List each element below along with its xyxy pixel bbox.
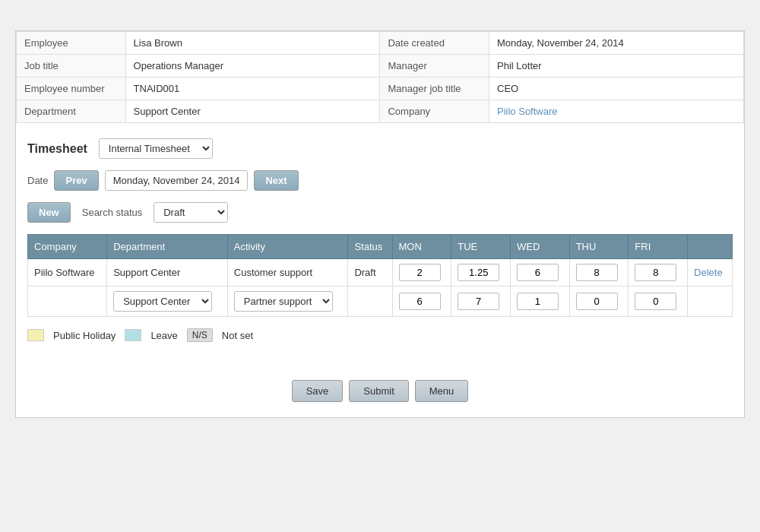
leave-color xyxy=(125,329,141,341)
th-status: Status xyxy=(348,235,392,259)
value-manager-job-title: CEO xyxy=(489,78,744,100)
label-job-title: Job title xyxy=(17,55,126,78)
not-set-label: Not set xyxy=(222,330,253,341)
next-button[interactable]: Next xyxy=(254,170,298,191)
input-tue-1[interactable] xyxy=(458,264,499,281)
public-holiday-label: Public Holiday xyxy=(53,330,116,341)
th-actions xyxy=(688,235,733,259)
cell-activity-2: Partner support Customer support xyxy=(227,287,348,317)
prev-button[interactable]: Prev xyxy=(54,170,98,191)
public-holiday-color xyxy=(27,329,44,341)
main-content: Employee Lisa Brown Date created Monday,… xyxy=(15,30,745,418)
new-row-controls: New Search status Draft Confirmed Done xyxy=(27,202,733,223)
status-select[interactable]: Draft Confirmed Done xyxy=(154,202,228,223)
cell-company-1: Piilo Software xyxy=(28,259,107,287)
timesheet-header: Timesheet Internal Timesheet External Ti… xyxy=(27,138,733,159)
info-row-2: Job title Operations Manager Manager Phi… xyxy=(17,55,744,78)
page-container: Employee Lisa Brown Date created Monday,… xyxy=(0,0,760,532)
department-select-2[interactable]: Support Center IT Finance xyxy=(113,291,212,312)
timesheet-section: Timesheet Internal Timesheet External Ti… xyxy=(16,123,744,369)
cell-status-2 xyxy=(348,287,392,317)
input-thu-2[interactable] xyxy=(576,293,618,310)
new-button[interactable]: New xyxy=(27,202,71,223)
value-company: Piilo Software xyxy=(489,100,744,123)
cell-tue-1 xyxy=(451,259,511,287)
label-department: Department xyxy=(17,100,126,123)
table-row: Piilo Software Support Center Customer s… xyxy=(28,259,733,287)
timesheet-table: Company Department Activity Status MON T… xyxy=(27,234,733,317)
input-thu-1[interactable] xyxy=(576,264,618,281)
leave-label: Leave xyxy=(150,330,177,341)
cell-mon-2 xyxy=(392,287,451,317)
input-mon-2[interactable] xyxy=(399,293,441,310)
th-activity: Activity xyxy=(227,235,348,259)
input-fri-1[interactable] xyxy=(635,264,676,281)
cell-thu-2 xyxy=(569,287,629,317)
th-department: Department xyxy=(107,235,228,259)
input-mon-1[interactable] xyxy=(399,264,441,281)
th-tue: TUE xyxy=(451,235,511,259)
label-employee: Employee xyxy=(17,32,126,55)
table-row: Support Center IT Finance Partner suppor… xyxy=(28,287,733,317)
cell-status-1: Draft xyxy=(348,259,392,287)
th-wed: WED xyxy=(510,235,569,259)
label-company: Company xyxy=(380,100,489,123)
cell-department-2: Support Center IT Finance xyxy=(107,287,228,317)
menu-button[interactable]: Menu xyxy=(415,380,469,402)
cell-fri-2 xyxy=(629,287,688,317)
label-date-created: Date created xyxy=(380,32,489,55)
submit-button[interactable]: Submit xyxy=(349,380,408,402)
info-row-4: Department Support Center Company Piilo … xyxy=(17,100,744,123)
info-row-3: Employee number TNAID001 Manager job tit… xyxy=(17,78,744,100)
value-date-created: Monday, November 24, 2014 xyxy=(489,32,744,55)
value-employee: Lisa Brown xyxy=(125,32,380,55)
th-fri: FRI xyxy=(629,235,688,259)
cell-tue-2 xyxy=(451,287,511,317)
cell-delete-1: Delete xyxy=(688,259,733,287)
date-display: Monday, November 24, 2014 xyxy=(105,170,249,191)
search-status-label: Search status xyxy=(82,207,143,218)
cell-wed-2 xyxy=(510,287,569,317)
label-manager-job-title: Manager job title xyxy=(380,78,489,100)
th-thu: THU xyxy=(569,235,629,259)
label-manager: Manager xyxy=(380,55,489,78)
cell-wed-1 xyxy=(510,259,569,287)
activity-select-2[interactable]: Partner support Customer support xyxy=(234,291,333,312)
cell-delete-2 xyxy=(688,287,733,317)
value-department: Support Center xyxy=(125,100,380,123)
cell-company-2 xyxy=(28,287,107,317)
timesheet-title: Timesheet xyxy=(27,142,87,156)
cell-activity-1: Customer support xyxy=(227,259,348,287)
cell-department-1: Support Center xyxy=(107,259,228,287)
delete-button-1[interactable]: Delete xyxy=(694,267,723,278)
input-wed-1[interactable] xyxy=(517,264,559,281)
cell-thu-1 xyxy=(569,259,629,287)
th-company: Company xyxy=(28,235,107,259)
save-button[interactable]: Save xyxy=(292,380,344,402)
value-employee-number: TNAID001 xyxy=(125,78,380,100)
value-job-title: Operations Manager xyxy=(125,55,380,78)
table-header-row: Company Department Activity Status MON T… xyxy=(28,235,733,259)
date-label: Date xyxy=(27,175,48,186)
cell-fri-1 xyxy=(629,259,688,287)
label-employee-number: Employee number xyxy=(17,78,126,100)
th-mon: MON xyxy=(392,235,451,259)
input-wed-2[interactable] xyxy=(517,293,559,310)
cell-mon-1 xyxy=(392,259,451,287)
legend: Public Holiday Leave N/S Not set xyxy=(27,328,733,342)
value-manager: Phil Lotter xyxy=(489,55,744,78)
info-row-1: Employee Lisa Brown Date created Monday,… xyxy=(17,32,744,55)
footer-buttons: Save Submit Menu xyxy=(16,369,744,417)
input-tue-2[interactable] xyxy=(458,293,499,310)
not-set-badge: N/S xyxy=(187,328,213,342)
employee-info-table: Employee Lisa Brown Date created Monday,… xyxy=(16,31,744,123)
date-nav: Date Prev Monday, November 24, 2014 Next xyxy=(27,170,733,191)
input-fri-2[interactable] xyxy=(635,293,676,310)
company-link[interactable]: Piilo Software xyxy=(497,106,557,117)
timesheet-type-select[interactable]: Internal Timesheet External Timesheet xyxy=(99,138,213,159)
